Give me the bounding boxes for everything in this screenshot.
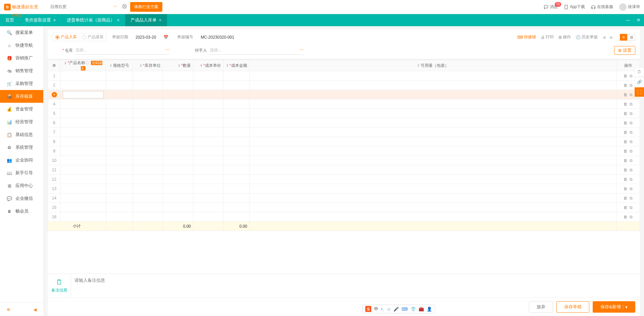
copy-row-icon[interactable]: ⧉ (630, 205, 633, 210)
copy-row-icon[interactable]: ⧉ (630, 186, 633, 191)
column-product-name[interactable]: ▲▼*产品名称ⓘ 扫码录入 (61, 60, 106, 71)
delete-row-icon[interactable]: 🗑 (624, 168, 628, 172)
table-row[interactable]: 16🗑⧉ (48, 212, 640, 222)
sidebar-collapse-icon[interactable]: ◀ (34, 307, 37, 312)
column-available[interactable]: ▲▼可用量（包装） (250, 60, 616, 71)
column-settings[interactable]: ⚙ (48, 60, 61, 71)
delete-row-icon[interactable]: 🗑 (624, 92, 628, 97)
sidebar-item-inventory[interactable]: 📦库存核算 (0, 90, 43, 103)
copy-row-icon[interactable]: ⧉ (630, 149, 633, 153)
save-draft-button[interactable]: 保存草稿 (556, 301, 589, 313)
tab-price-settings[interactable]: 售价提取设置✕ (19, 14, 61, 26)
shortcut-button[interactable]: ⌨快捷键 (517, 34, 536, 40)
sidebar-item-apps[interactable]: ⊞应用中心 (0, 179, 43, 192)
delete-row-icon[interactable]: 🗑 (624, 130, 628, 135)
table-row[interactable]: 13🗑⧉ (48, 184, 640, 193)
sidebar-item-baseinfo[interactable]: 📋基础信息 (0, 128, 43, 141)
view-list-button[interactable]: ≡ (620, 34, 627, 41)
float-link-button[interactable]: 🔗 (635, 77, 644, 87)
app-download-button[interactable]: App下载 (564, 4, 585, 10)
column-price[interactable]: ▲▼*成本单价 (193, 60, 223, 71)
warehouse-select[interactable]: 选择... ⋯ (75, 46, 169, 55)
tab-refresh-button[interactable]: ⟳ (633, 14, 644, 26)
try-industry-button[interactable]: 体验行业方案 (130, 2, 162, 12)
delete-row-icon[interactable]: 🗑 (624, 215, 628, 219)
logo[interactable]: b 畅捷通好生意 (4, 4, 44, 10)
table-row[interactable]: 14🗑⧉ (48, 193, 640, 203)
copy-row-icon[interactable]: ⧉ (630, 158, 633, 163)
copy-row-icon[interactable]: ⧉ (630, 83, 633, 88)
table-row[interactable]: 2🗑⧉ (48, 81, 640, 90)
tab-product-inbound[interactable]: 产成品入库单✕ (125, 14, 167, 26)
copy-row-icon[interactable]: ⧉ (630, 196, 633, 200)
ime-toolbox-icon[interactable]: 🧰 (419, 307, 424, 312)
delete-row-icon[interactable]: 🗑 (624, 158, 628, 163)
sidebar-item-system[interactable]: ⚙系统管理 (0, 141, 43, 154)
product-name-input[interactable] (63, 91, 104, 98)
table-row[interactable]: 4🗑⧉ (48, 99, 640, 109)
ime-mic-icon[interactable]: 🎤 (393, 307, 399, 312)
add-row-icon[interactable]: + (52, 92, 57, 97)
sidebar-item-collab[interactable]: 👥企业协同 (0, 154, 43, 167)
tab-purchase-report[interactable]: 进货单统计表（按商品）✕ (61, 14, 125, 26)
view-card-button[interactable]: ⊞ (628, 34, 635, 41)
tab-minimize-button[interactable]: — (623, 14, 633, 26)
table-row[interactable]: +🗑⧉ (48, 90, 640, 99)
chevron-down-icon[interactable]: ▾ (623, 305, 628, 310)
delete-row-icon[interactable]: 🗑 (624, 121, 628, 125)
next-icon[interactable]: ▶ (610, 35, 613, 40)
table-row[interactable]: 7🗑⧉ (48, 128, 640, 137)
ime-bar[interactable]: S 中 •, ☺ 🎤 ⌨ 👕 🧰 👤 (362, 305, 435, 313)
history-button[interactable]: 🕘历史单据 (576, 34, 598, 40)
calendar-icon[interactable]: 📅 (163, 35, 168, 40)
sidebar-item-business[interactable]: 📊经营管理 (0, 116, 43, 128)
discard-button[interactable]: 放弃 (529, 301, 553, 313)
column-spec[interactable]: ▲▼规格型号 (106, 60, 133, 71)
table-row[interactable]: 15🗑⧉ (48, 203, 640, 212)
sidebar-item-vip[interactable]: ♛畅会员 (0, 205, 43, 218)
ime-emoji-icon[interactable]: ☺ (386, 307, 391, 312)
table-row[interactable]: 11🗑⧉ (48, 165, 640, 175)
copy-row-icon[interactable]: ⧉ (630, 121, 633, 125)
radio-product-in[interactable]: 产品入库 (55, 34, 77, 40)
delete-row-icon[interactable]: 🗑 (624, 102, 628, 106)
delete-row-icon[interactable]: 🗑 (624, 83, 628, 88)
radio-product-out[interactable]: 产品退库 (82, 34, 104, 40)
table-row[interactable]: 10🗑⧉ (48, 156, 640, 165)
print-button[interactable]: 🖨打印 (541, 34, 554, 40)
sidebar-item-sales[interactable]: 🛍销售管理 (0, 64, 43, 77)
department-select[interactable]: 日用百货 ﹀ (50, 4, 117, 10)
ime-lang[interactable]: 中 (374, 306, 378, 312)
table-row[interactable]: 9🗑⧉ (48, 146, 640, 156)
delete-row-icon[interactable]: 🗑 (624, 149, 628, 153)
delete-row-icon[interactable]: 🗑 (624, 196, 628, 200)
delete-row-icon[interactable]: 🗑 (624, 186, 628, 191)
copy-row-icon[interactable]: ⧉ (630, 102, 633, 106)
float-expand-button[interactable]: ⛶ (635, 87, 644, 97)
copy-row-icon[interactable]: ⧉ (630, 215, 633, 219)
close-icon[interactable]: ✕ (117, 18, 120, 22)
table-row[interactable]: 12🗑⧉ (48, 175, 640, 184)
doc-date-value[interactable]: 2023-03-20 (136, 35, 156, 40)
table-row[interactable]: 1🗑⧉ (48, 71, 640, 81)
table-row[interactable]: 5🗑⧉ (48, 109, 640, 118)
copy-row-icon[interactable]: ⧉ (630, 74, 633, 78)
copy-row-icon[interactable]: ⧉ (630, 130, 633, 135)
ime-punct-icon[interactable]: •, (381, 307, 384, 312)
table-row[interactable]: 6🗑⧉ (48, 118, 640, 128)
delete-row-icon[interactable]: 🗑 (624, 205, 628, 210)
copy-row-icon[interactable]: ⧉ (630, 92, 633, 97)
operate-button[interactable]: ⊞操作 (558, 34, 571, 40)
sidebar-item-wechat[interactable]: 💬企业微信 (0, 192, 43, 205)
copy-row-icon[interactable]: ⧉ (630, 139, 633, 144)
save-new-button[interactable]: 保存&新增▾ (593, 301, 635, 313)
delete-row-icon[interactable]: 🗑 (624, 111, 628, 116)
online-service-button[interactable]: 在线客服 (591, 4, 613, 10)
sidebar-settings-icon[interactable]: ⚙ (7, 307, 10, 312)
copy-row-icon[interactable]: ⧉ (630, 168, 633, 172)
table-row[interactable]: 8🗑⧉ (48, 137, 640, 146)
remarks-input[interactable] (71, 274, 640, 298)
sidebar-item-search[interactable]: 🔍搜索菜单 (0, 26, 43, 39)
delete-row-icon[interactable]: 🗑 (624, 74, 628, 78)
sidebar-item-quicknav[interactable]: ⌂快捷导航 (0, 39, 43, 52)
